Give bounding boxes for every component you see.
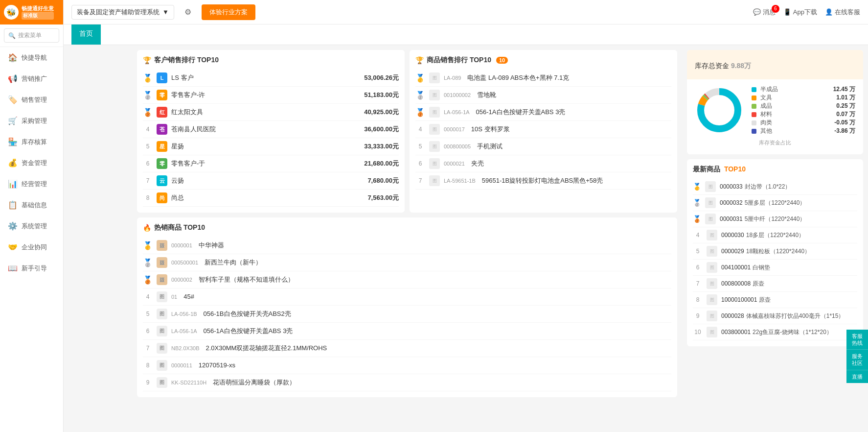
legend-label: 肉类 (752, 119, 834, 127)
system-selector[interactable]: 装备及固定资产辅助管理系统 ▼ (71, 5, 174, 20)
tab-home[interactable]: 首页 (71, 24, 101, 45)
hot-product-item: 🥇 🖼 0000001 中华神器 (143, 237, 671, 254)
customer-badge: 零 (157, 90, 167, 100)
rank-number: 8 (143, 362, 153, 369)
rank-number: 8 (693, 296, 703, 303)
legend-label: 半成品 (752, 85, 833, 94)
sidebar-item-cooperation[interactable]: 🤝 企业协同 (0, 237, 63, 258)
sidebar-item-basic-info[interactable]: 📋 基础信息 (0, 194, 63, 216)
sidebar-item-purchase[interactable]: 🛒 采购管理 (0, 110, 63, 131)
app-download-button[interactable]: 📱 App下载 (783, 8, 817, 17)
customer-rank-item: 🥈 零 零售客户-许 51,183.00元 (143, 87, 399, 104)
hot-product-info: LA-056-1B 056-1B白色按键开关壳ABS2壳 (171, 310, 671, 318)
system-name: 装备及固定资产辅助管理系统 (77, 8, 160, 17)
main-nav: 🏠 快捷导航 📢 营销推广 🏷️ 销售管理 🛒 采购管理 🏪 库存核算 💰 资金… (0, 47, 63, 432)
silver-medal-icon: 🥈 (143, 91, 153, 100)
right-panel: 库存总资金 9.88万 (682, 45, 868, 432)
newest-product-img: 图 (707, 230, 717, 240)
newest-product-info: 000800008原壶 (721, 280, 857, 288)
rank-number: 6 (143, 328, 153, 335)
sidebar-item-operations[interactable]: 📊 经营管理 (0, 173, 63, 194)
sidebar-item-marketing[interactable]: 📢 营销推广 (0, 68, 63, 89)
gold-medal-icon: 🥇 (415, 73, 425, 83)
legend-item: 肉类 -0.05 万 (752, 119, 855, 127)
sidebar-item-inventory[interactable]: 🏪 库存核算 (0, 131, 63, 152)
silver-medal-icon: 🥈 (693, 199, 701, 207)
sidebar-item-finance[interactable]: 💰 资金管理 (0, 152, 63, 173)
product-sales-item: 🥈 图 001000002 雪地靴 (415, 87, 671, 104)
online-service-button[interactable]: 👤 在线客服 (825, 8, 860, 17)
legend-label: 其他 (752, 127, 834, 135)
newest-product-info: 000002918颗粒板（1220*2440） (721, 247, 857, 256)
gold-medal-icon: 🥇 (693, 183, 701, 191)
search-area: 🔍 搜索菜单 (0, 24, 63, 47)
float-btn-customer-service[interactable]: 客服热线 (846, 330, 868, 350)
rank-number: 6 (143, 160, 153, 167)
chevron-down-icon: ▼ (162, 8, 169, 16)
hot-product-img: 图 (157, 343, 167, 354)
legend-value: 12.45 万 (833, 85, 855, 94)
silver-medal-icon: 🥈 (415, 91, 425, 100)
product-sales-info: 001000002 雪地靴 (444, 91, 671, 99)
search-menu-button[interactable]: 🔍 搜索菜单 (4, 28, 59, 43)
content-area: 🏆 客户销售排行 TOP10 🥇 L LS 客户 53,006.26元 🥈 零 … (64, 45, 868, 432)
trophy2-icon: 🏆 (415, 56, 424, 64)
customer-badge: L (157, 72, 167, 83)
fire-icon: 🔥 (143, 224, 151, 232)
newest-product-img: 图 (707, 311, 717, 321)
hot-product-info: LA-056-1A 056-1A白色按键开关盖ABS 3壳 (171, 327, 671, 336)
newest-product-img: 图 (707, 278, 717, 289)
float-btn-direct[interactable]: 直播 (846, 370, 868, 383)
hot-product-item: 4 图 01 45# (143, 288, 671, 306)
message-badge: 6 (772, 5, 779, 13)
legend-dot (752, 129, 756, 134)
hot-product-item: 9 图 KK-SD22110H 花语萌恒温分离睡袋（厚款） (143, 374, 671, 391)
customer-name: 云扬 (171, 176, 364, 185)
message-button[interactable]: 💬 消息 6 (753, 8, 776, 17)
hot-product-img: 图 (157, 309, 167, 319)
hot-products-card: 🔥 热销商品 TOP10 🥇 🖼 0000001 中华神器 🥈 🖼 000500… (137, 217, 677, 397)
legend-item: 其他 -3.86 万 (752, 127, 855, 135)
customer-value: 7,563.00元 (367, 193, 399, 202)
legend-value: -3.86 万 (834, 127, 855, 135)
guide-icon: 📖 (8, 264, 18, 273)
newest-product-info: 0000028体械嘉枝味苏打饮品400毫升（1*15） (721, 312, 857, 320)
rank-number: 4 (143, 293, 153, 300)
newest-product-info: 004100001白钢垫 (721, 264, 857, 272)
legend-label: 成品 (752, 102, 836, 110)
customer-name: 星扬 (171, 142, 360, 151)
rank-number: 4 (693, 232, 703, 239)
customer-badge: 红 (157, 107, 167, 118)
customer-name: LS 客户 (171, 73, 360, 82)
customer-name: 尚总 (171, 193, 364, 202)
customer-badge: 尚 (157, 192, 167, 203)
sidebar-item-sales[interactable]: 🏷️ 销售管理 (0, 89, 63, 110)
trial-button[interactable]: 体验行业方案 (202, 4, 255, 20)
customer-rank-item: 🥉 红 红太阳文具 40,925.00元 (143, 104, 399, 121)
product-img: 图 (429, 141, 440, 152)
top-rankings: 🏆 客户销售排行 TOP10 🥇 L LS 客户 53,006.26元 🥈 零 … (137, 50, 677, 213)
sidebar-item-guide[interactable]: 📖 新手引导 (0, 258, 63, 279)
legend-item: 半成品 12.45 万 (752, 85, 855, 94)
logo-title: 畅捷通好生意 (22, 5, 54, 12)
hot-product-info: 01 45# (171, 292, 671, 301)
float-btn-service-community[interactable]: 服务社区 (846, 350, 868, 370)
rank-number: 7 (143, 345, 153, 352)
cooperation-icon: 🤝 (8, 242, 18, 252)
hot-product-img: 🖼 (157, 274, 167, 285)
newest-product-item: 10 图 00380000122g鱼豆腐-烧烤味（1*12*20） (693, 324, 857, 340)
bronze-medal-icon: 🥉 (693, 215, 701, 223)
sidebar-item-system[interactable]: ⚙️ 系统管理 (0, 216, 63, 237)
settings-button[interactable]: ⚙ (180, 4, 196, 20)
hot-product-item: 🥉 🖼 0000002 智利车子里（规格不知道填什么） (143, 271, 671, 288)
customer-name: 零售客户-许 (171, 91, 360, 99)
left-panel (64, 45, 132, 432)
product-img: 图 (429, 124, 440, 135)
newest-product-info: 00000325厘多层（1220*2440） (720, 199, 857, 207)
rank-number: 8 (143, 194, 153, 201)
customer-rank-item: 7 云 云扬 7,680.00元 (143, 172, 399, 190)
legend-dot (752, 87, 756, 92)
newest-products-list: 🥇 图 0000033封边带（1.0*22） 🥈 图 00000325厘多层（1… (693, 179, 857, 340)
sidebar-item-quick-nav[interactable]: 🏠 快捷导航 (0, 47, 63, 68)
customer-badge: 苍 (157, 124, 167, 135)
